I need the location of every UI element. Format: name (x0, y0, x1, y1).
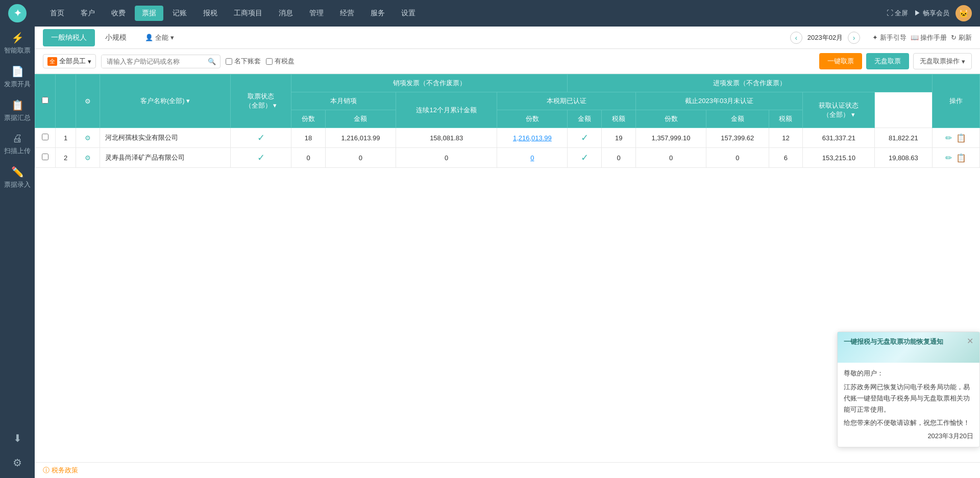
user-avatar[interactable]: 🐱 (955, 5, 972, 21)
nav-invoice[interactable]: 票据 (135, 6, 163, 21)
nav-management[interactable]: 管理 (302, 6, 331, 21)
sidebar-item-smart-fetch[interactable]: ⚡ 智能取票 (0, 27, 35, 60)
notification-body: 尊敬的用户： 江苏政务网已恢复访问电子税务局功能，易代账一键登陆电子税务局与无盘… (838, 363, 979, 447)
tab-small[interactable]: 小规模 (97, 29, 135, 46)
sidebar-item-scan-upload[interactable]: 🖨 扫描上传 (0, 128, 35, 161)
nav-customer[interactable]: 客户 (74, 6, 102, 21)
search-box: 🔍 (101, 55, 220, 68)
row-cert-status-1: ✓ (568, 148, 602, 168)
notification-title: 一键报税与无盘取票功能恢复通知 (844, 337, 943, 346)
has-taxdisk-checkbox[interactable] (266, 58, 273, 65)
row-uncert-tax-1: 19,808.63 (875, 148, 932, 168)
sidebar-bottom: ⬇ ⚙ (0, 428, 35, 478)
row-checkbox-0[interactable] (35, 128, 56, 148)
row-cumulative-0[interactable]: 1,216,013.99 (497, 128, 568, 148)
employee-label: 全部员工 (59, 57, 86, 66)
row-settings-0[interactable]: ⚙ (76, 128, 100, 148)
one-click-fetch-button[interactable]: 一键取票 (819, 53, 862, 69)
current-month-label: 2023年02月 (807, 33, 843, 42)
col-cert-amount-header: 金额 (568, 110, 602, 128)
employee-dropdown-icon: ▾ (88, 58, 91, 65)
no-disk-ops-button[interactable]: 无盘取票操作 ▾ (913, 53, 972, 69)
col-uncert-qty-header: 份数 (636, 110, 706, 128)
prev-month-button[interactable]: ‹ (790, 32, 802, 44)
row-cumulative-1[interactable]: 0 (497, 148, 568, 168)
col-sales-amount-header: 金额 (326, 110, 396, 128)
tab-all[interactable]: 👤 全能 ▾ (137, 29, 182, 46)
notification-header: 一键报税与无盘取票功能恢复通知 ✕ (838, 332, 979, 363)
next-month-button[interactable]: › (848, 32, 860, 44)
nav-operation[interactable]: 经营 (333, 6, 361, 21)
search-input[interactable] (102, 55, 204, 68)
row-detail-icon-0[interactable]: 📋 (956, 134, 966, 142)
col-uncert-header: 截止2023年03月未认证 (636, 92, 803, 110)
row-customer-name-0: 河北柯孺枝实业有限公司 (100, 128, 230, 148)
select-all-checkbox[interactable] (42, 97, 48, 104)
row-customer-name-1: 灵寿县尚泽矿产品有限公司 (100, 148, 230, 168)
col-num-header (56, 74, 76, 128)
table-row: 1 ⚙ 河北柯孺枝实业有限公司 ✓ 18 1,216,013.99 158,08… (35, 128, 980, 148)
month-navigation: ‹ 2023年02月 › (790, 32, 860, 44)
row-fetch-status-1: ✓ (231, 148, 291, 168)
nav-service[interactable]: 服务 (363, 6, 392, 21)
row-settings-1[interactable]: ⚙ (76, 148, 100, 168)
has-taxdisk-checkbox-label[interactable]: 有税盘 (266, 57, 295, 66)
nav-industry[interactable]: 工商项目 (227, 6, 270, 21)
row-sales-qty-0: 18 (291, 128, 326, 148)
notification-greeting: 尊敬的用户： (844, 368, 973, 379)
sidebar-item-invoice-open[interactable]: 📄 发票开具 (0, 60, 35, 94)
col-settings-header: ⚙ (76, 74, 100, 128)
tab-general[interactable]: 一般纳税人 (43, 29, 95, 46)
sidebar-item-data-entry[interactable]: ✏️ 票据录入 (0, 161, 35, 194)
sidebar-item-smart-fetch-label: 智能取票 (4, 46, 31, 55)
sidebar-logo: ✦ (0, 0, 35, 27)
named-account-checkbox-label[interactable]: 名下账套 (226, 57, 261, 66)
row-cert-qty-1: 0 (602, 148, 636, 168)
no-disk-fetch-button[interactable]: 无盘取票 (866, 53, 909, 69)
invoice-open-icon: 📄 (11, 65, 24, 78)
row-uncert-qty-0: 12 (769, 128, 803, 148)
nav-home[interactable]: 首页 (43, 6, 71, 21)
nav-bookkeeping[interactable]: 记账 (165, 6, 194, 21)
row-edit-icon-1[interactable]: ✏ (945, 154, 952, 162)
nav-message[interactable]: 消息 (272, 6, 300, 21)
row-cert-tax-1: 0 (706, 148, 769, 168)
row-cert-tax-0: 157,399.62 (706, 128, 769, 148)
nav-billing[interactable]: 收费 (104, 6, 133, 21)
col-customer-name-header: 客户名称(全部) ▾ (100, 74, 230, 128)
sidebar-settings-icon[interactable]: ⚙ (0, 452, 35, 473)
col-fetch-status-header: 取票状态（全部） ▾ (231, 74, 291, 128)
col-monthly-sales-header: 本月销项 (291, 92, 396, 110)
notification-body-text: 江苏政务网已恢复访问电子税务局功能，易代账一键登陆电子税务局与无盘取票相关功能可… (844, 382, 973, 415)
sidebar-download-icon[interactable]: ⬇ (0, 428, 35, 448)
member-button[interactable]: ▶ 畅享会员 (914, 9, 949, 18)
nav-settings[interactable]: 设置 (394, 6, 423, 21)
row-cert-status-0: ✓ (568, 128, 602, 148)
status-text[interactable]: 税务政策 (52, 466, 78, 475)
fullscreen-button[interactable]: ⛶ 全屏 (887, 9, 909, 18)
notification-close-button[interactable]: ✕ (967, 337, 973, 345)
manual-link[interactable]: 📖 操作手册 (911, 33, 947, 42)
scan-upload-icon: 🖨 (12, 133, 22, 144)
sidebar-item-data-entry-label: 票据录入 (4, 180, 31, 189)
refresh-link[interactable]: ↻ 刷新 (951, 33, 972, 42)
row-edit-icon-0[interactable]: ✏ (945, 134, 952, 142)
top-navigation: 首页 客户 收费 票据 记账 报税 工商项目 消息 管理 经营 服务 设置 ⛶ … (35, 0, 980, 27)
sidebar-item-invoice-open-label: 发票开具 (4, 80, 31, 89)
tab-bar: 一般纳税人 小规模 👤 全能 ▾ ‹ 2023年02月 › ✦ 新手引导 📖 操… (35, 27, 980, 49)
notification-sorry: 给您带来的不便敬请谅解，祝您工作愉快！ (844, 417, 973, 429)
new-guide-link[interactable]: ✦ 新手引导 (872, 33, 906, 42)
sidebar-item-invoice-summary[interactable]: 📋 票据汇总 (0, 94, 35, 128)
toolbar-right: 一键取票 无盘取票 无盘取票操作 ▾ (819, 53, 972, 69)
search-button[interactable]: 🔍 (204, 55, 220, 68)
named-account-checkbox[interactable] (226, 58, 232, 65)
col-cert-qty-header: 份数 (497, 110, 568, 128)
invoice-table: ⚙ 客户名称(全部) ▾ 取票状态（全部） ▾ 销项发票（不含作废票） 进项发票… (35, 74, 980, 168)
nav-tax[interactable]: 报税 (196, 6, 225, 21)
employee-select[interactable]: 全 全部员工 ▾ (43, 54, 96, 68)
row-detail-icon-1[interactable]: 📋 (956, 154, 966, 162)
row-actions-1: ✏ 📋 (932, 148, 980, 168)
row-checkbox-1[interactable] (35, 148, 56, 168)
row-uncert-qty-1: 6 (769, 148, 803, 168)
col-action-header: 操作 (932, 74, 980, 128)
